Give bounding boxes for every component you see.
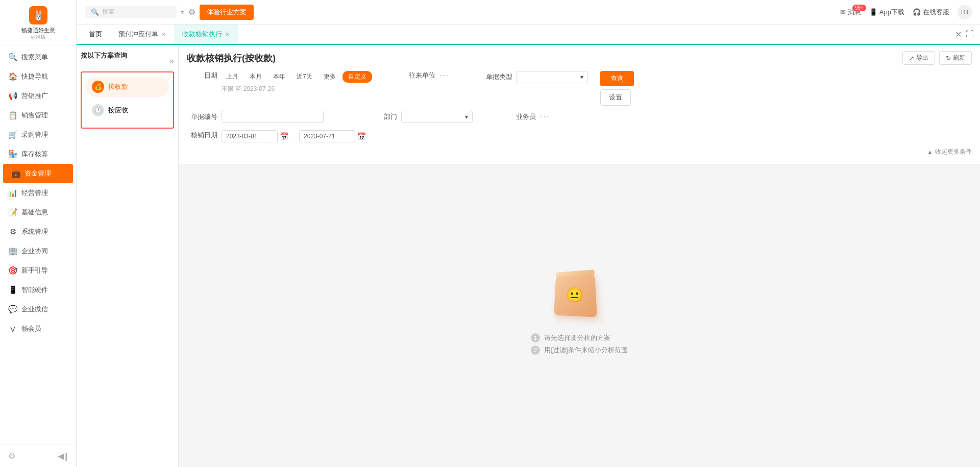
- doc-no-input[interactable]: [222, 111, 324, 123]
- sidebar-item-guide[interactable]: 🎯 新手引导: [0, 261, 76, 280]
- app-name: 畅捷通好生意: [21, 27, 55, 34]
- guide-icon: 🎯: [8, 266, 17, 275]
- message-btn[interactable]: ✉ 消息 99+: [840, 8, 861, 17]
- doc-type-dropdown-icon: ▾: [580, 73, 583, 81]
- refresh-btn[interactable]: ↻ 刷新: [939, 51, 972, 65]
- sidebar-item-enterprise[interactable]: 🏢 企业协同: [0, 241, 76, 261]
- counterpart-field: 往来单位 ···: [405, 71, 449, 80]
- date-section: 上月 本月 本年 近7天 更多 自定义 不限 至 2023-07-26: [222, 71, 372, 93]
- tab-close-btn[interactable]: ✕: [955, 30, 962, 39]
- date-quick-row: 上月 本月 本年 近7天 更多 自定义: [222, 71, 372, 83]
- main-area: 🔍 搜索 ▾ ⚙ 体验行业方案 ✉ 消息 99+ 📱 App下载 🎧 在线客服 …: [77, 0, 980, 467]
- query-btn[interactable]: 查询: [600, 71, 634, 86]
- filter-by-receipt[interactable]: 💰 按收款: [86, 77, 169, 97]
- tab-home[interactable]: 首页: [81, 24, 110, 45]
- sidebar-item-hardware[interactable]: 📱 智能硬件: [0, 280, 76, 300]
- top-search-box[interactable]: 🔍 搜索: [85, 6, 177, 18]
- date-range-separator: —: [290, 133, 297, 140]
- hint-text-1: 请先选择要分析的方案: [544, 333, 610, 342]
- sidebar-item-quick[interactable]: 🏠 快捷导航: [0, 67, 76, 86]
- sales-icon: 📋: [8, 111, 17, 120]
- export-btn[interactable]: ↗ 导出: [902, 51, 935, 65]
- date-this-year[interactable]: 本年: [268, 71, 290, 83]
- setting-btn[interactable]: 设置: [600, 89, 631, 106]
- sidebar-item-marketing[interactable]: 📢 营销推广: [0, 86, 76, 106]
- sidebar-item-search[interactable]: 🔍 搜索菜单: [0, 47, 76, 67]
- industry-btn[interactable]: 体验行业方案: [200, 5, 254, 20]
- dept-select[interactable]: ▾: [401, 111, 473, 123]
- date-this-month[interactable]: 本月: [245, 71, 266, 83]
- sidebar-item-base[interactable]: 📝 基础信息: [0, 203, 76, 222]
- sidebar-item-sales[interactable]: 📋 销售管理: [0, 106, 76, 125]
- date-last-month[interactable]: 上月: [222, 71, 243, 83]
- filter-by-receivable[interactable]: 🕐 按应收: [86, 100, 169, 120]
- verify-end-input[interactable]: [299, 130, 355, 142]
- panel-collapse-btn[interactable]: »: [169, 56, 174, 66]
- system-icon: ⚙: [8, 227, 17, 236]
- vip-icon: V: [8, 325, 17, 333]
- date-more[interactable]: 更多: [319, 71, 340, 83]
- dept-field: 部门 ▾: [366, 111, 473, 123]
- sidebar-item-system[interactable]: ⚙ 系统管理: [0, 222, 76, 241]
- tab-receivable-label: 收款核销执行: [182, 30, 222, 39]
- verify-date-group: 📅 — 📅: [222, 130, 366, 142]
- hint-num-2: 2: [531, 346, 540, 355]
- service-label: 在线客服: [923, 8, 949, 17]
- sidebar-collapse-icon[interactable]: ◀‖: [58, 451, 68, 461]
- purchase-icon: 🛒: [8, 130, 17, 139]
- page-title: 收款核销执行(按收款): [187, 52, 276, 64]
- enterprise-icon: 🏢: [8, 247, 17, 256]
- user-name: Rit: [961, 9, 969, 16]
- search-icon: 🔍: [91, 8, 99, 16]
- sidebar-item-label: 经营管理: [21, 188, 48, 198]
- sidebar-item-finance[interactable]: 💼 资金管理: [3, 164, 73, 183]
- app-download-btn[interactable]: 📱 App下载: [869, 8, 904, 17]
- message-badge: 99+: [852, 5, 866, 11]
- sidebar-item-operations[interactable]: 📊 经营管理: [0, 183, 76, 203]
- tab-expand-btn[interactable]: ⛶: [966, 30, 974, 39]
- verify-start-input[interactable]: [222, 130, 278, 142]
- marketing-icon: 📢: [8, 91, 17, 101]
- dropdown-icon[interactable]: ▾: [181, 8, 184, 16]
- tab-home-label: 首页: [89, 30, 102, 39]
- sidebar-item-inventory[interactable]: 🏪 库存核算: [0, 144, 76, 164]
- tab-receivable[interactable]: 收款核销执行 ✕: [174, 24, 238, 45]
- content-area: 😐 1 请先选择要分析的方案 2 用[过滤]条件来缩小分析范围: [179, 165, 980, 467]
- verify-end-calendar-icon[interactable]: 📅: [357, 132, 366, 140]
- hint-text-2: 用[过滤]条件来缩小分析范围: [544, 346, 627, 355]
- staff-dots-btn[interactable]: ···: [540, 112, 550, 121]
- user-avatar[interactable]: Rit: [958, 5, 972, 19]
- sidebar-item-label: 库存核算: [21, 150, 48, 159]
- verify-start-calendar-icon[interactable]: 📅: [280, 132, 288, 140]
- doc-type-select[interactable]: ▾: [517, 71, 588, 83]
- counterpart-dots-btn[interactable]: ···: [439, 71, 449, 80]
- online-service-btn[interactable]: 🎧 在线客服: [913, 8, 949, 17]
- date-filter-field: 日期 上月 本月 本年 近7天 更多 自定义 不限 至 2023-07-26: [187, 71, 372, 93]
- sidebar-item-purchase[interactable]: 🛒 采购管理: [0, 125, 76, 144]
- doc-no-field: 单据编号: [187, 111, 324, 123]
- verify-date-field: 核销日期 📅 — 📅: [187, 128, 366, 142]
- tab-prepay[interactable]: 预付冲应付单 ✕: [110, 24, 174, 45]
- sidebar-item-vip[interactable]: V 畅会员: [0, 319, 76, 338]
- page-action-buttons: ↗ 导出 ↻ 刷新: [902, 51, 972, 65]
- tab-prepay-close[interactable]: ✕: [161, 31, 166, 38]
- sidebar-item-label: 营销推广: [21, 91, 48, 101]
- sidebar-item-label: 资金管理: [24, 169, 51, 178]
- receipt-icon: 💰: [92, 81, 104, 93]
- home-icon: 🏠: [8, 72, 17, 81]
- refresh-icon: ↻: [946, 55, 951, 62]
- tab-actions: ✕ ⛶: [955, 24, 976, 44]
- left-filter-panel: 按以下方案查询 » 💰 按收款 🕐 按应收: [77, 45, 179, 467]
- date-no-limit: 不限 至 2023-07-26: [222, 85, 372, 93]
- inventory-icon: 🏪: [8, 150, 17, 159]
- empty-face-icon: 😐: [566, 286, 584, 303]
- date-custom[interactable]: 自定义: [342, 71, 372, 83]
- gear-icon[interactable]: ⚙: [188, 7, 195, 17]
- sidebar-item-wechat[interactable]: 💬 企业微信: [0, 300, 76, 319]
- date-last-7days[interactable]: 近7天: [292, 71, 317, 83]
- sidebar-settings-icon[interactable]: ⚙: [8, 451, 15, 461]
- staff-label: 业务员: [505, 112, 536, 121]
- right-panel: 收款核销执行(按收款) ↗ 导出 ↻ 刷新: [179, 45, 980, 467]
- collapse-more-btn[interactable]: ▲ 收起更多条件: [187, 145, 972, 158]
- tab-receivable-close[interactable]: ✕: [225, 31, 230, 38]
